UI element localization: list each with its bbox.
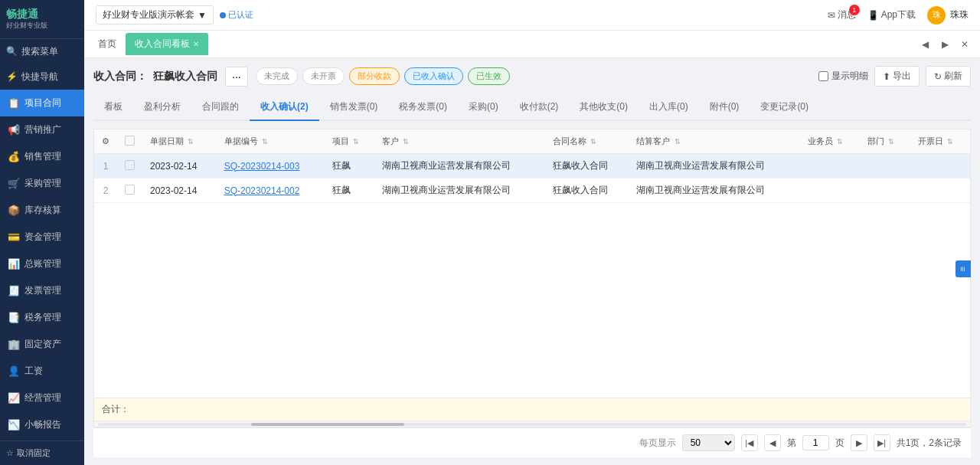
tab-purchase[interactable]: 采购(0) — [458, 94, 509, 121]
verified-dot — [220, 12, 226, 18]
sidebar-item-project[interactable]: 📋 项目合同 — [0, 90, 84, 116]
row-department-1 — [860, 154, 910, 178]
row-salesperson-1 — [800, 154, 860, 178]
sidebar-nav: 📋 项目合同 📢 营销推广 💰 销售管理 🛒 采购管理 📦 库存核算 💳 — [0, 90, 84, 440]
sidebar-item-report[interactable]: 📉 小畅报告 — [0, 411, 84, 438]
app-download-action[interactable]: 📱 App下载 — [867, 8, 916, 21]
logo-sub: 好业财专业版 — [6, 21, 47, 31]
export-button[interactable]: ⬆ 导出 — [874, 66, 920, 87]
sidebar-item-funds[interactable]: 💳 资金管理 — [0, 224, 84, 251]
first-page-btn[interactable]: |◀ — [741, 434, 758, 451]
user-area: 珠 珠珠 — [927, 6, 969, 25]
status-incomplete[interactable]: 未完成 — [256, 67, 298, 85]
right-quick-action[interactable]: ≡ — [956, 260, 971, 277]
row-project-2: 狂飙 — [325, 178, 374, 203]
page-input[interactable] — [802, 435, 829, 450]
row-checkbox-1[interactable] — [117, 154, 142, 178]
tabbar-controls: ◀ ▶ ✕ — [917, 37, 972, 52]
contract-header: 收入合同： 狂飙收入合同 ··· 未完成 未开票 部分收款 已收入确认 已生效 — [93, 66, 971, 87]
row-docnum-2[interactable]: SQ-20230214-002 — [217, 178, 325, 203]
tab-change-log[interactable]: 变更记录(0) — [750, 94, 819, 121]
sidebar-item-purchase[interactable]: 🛒 采购管理 — [0, 170, 84, 197]
tab-contract-track[interactable]: 合同跟的 — [191, 94, 250, 121]
sidebar-item-biz[interactable]: 📈 经营管理 — [0, 385, 84, 411]
row-customer-2: 湖南卫视商业运营发展有限公司 — [374, 178, 545, 203]
table-row[interactable]: 1 2023-02-14 SQ-20230214-003 狂飙 湖南卫视商业运营… — [94, 154, 970, 178]
sidebar-item-hr[interactable]: 👤 工资 — [0, 358, 84, 385]
prev-page-btn[interactable]: ◀ — [764, 434, 781, 451]
contract-header-left: 收入合同： 狂飙收入合同 ··· 未完成 未开票 部分收款 已收入确认 已生效 — [93, 67, 510, 87]
row-final-customer-1: 湖南卫视商业运营发展有限公司 — [629, 154, 799, 178]
tab-close-icon[interactable]: ✕ — [193, 40, 199, 48]
contract-title: 收入合同： 狂飙收入合同 — [93, 70, 217, 84]
data-table: ⚙ 单据日期 ⇅ — [94, 129, 970, 203]
row-num-1: 1 — [94, 154, 117, 178]
show-detail-checkbox[interactable]: 显示明细 — [818, 70, 868, 83]
tab-prev-btn[interactable]: ◀ — [917, 37, 933, 52]
tab-tax-invoice[interactable]: 税务发票(0) — [388, 94, 458, 121]
status-confirmed[interactable]: 已收入确认 — [404, 67, 463, 85]
docnum-sort-icon: ⇅ — [262, 138, 268, 146]
company-name: 好业财专业版演示帐套 — [103, 8, 194, 21]
th-contract: 合同名称 ⇅ — [545, 129, 629, 154]
tab-income-confirm[interactable]: 收入确认(2) — [250, 94, 319, 121]
tab-payment[interactable]: 收付款(2) — [509, 94, 570, 121]
tab-close-all-btn[interactable]: ✕ — [957, 37, 972, 52]
sidebar-quicknav[interactable]: ⚡ 快捷导航 — [0, 64, 84, 90]
table-footer: 合计： — [94, 398, 970, 421]
sidebar-bottom-pin[interactable]: ☆ 取消固定 — [0, 440, 84, 465]
scrollbar-track — [98, 423, 966, 426]
verified-label: 已认证 — [228, 9, 253, 21]
select-all-checkbox[interactable] — [125, 136, 135, 146]
row-checkbox-2[interactable] — [117, 178, 142, 203]
table-scroll[interactable]: ⚙ 单据日期 ⇅ — [94, 129, 970, 398]
tab-sales-invoice[interactable]: 销售发票(0) — [319, 94, 389, 121]
message-action[interactable]: ✉ 消息 1 — [828, 8, 856, 21]
tab-outbound[interactable]: 出入库(0) — [639, 94, 699, 121]
tab-next-btn[interactable]: ▶ — [937, 37, 952, 52]
sales-icon: 💰 — [8, 150, 20, 162]
table-row[interactable]: 2 2023-02-14 SQ-20230214-002 狂飙 湖南卫视商业运营… — [94, 178, 970, 203]
sidebar-item-sales[interactable]: 💰 销售管理 — [0, 143, 84, 170]
project-icon: 📋 — [8, 97, 20, 109]
row-department-2 — [860, 178, 910, 203]
status-effective[interactable]: 已生效 — [468, 67, 510, 85]
sidebar-item-general[interactable]: 📊 总账管理 — [0, 251, 84, 277]
company-selector[interactable]: 好业财专业版演示帐套 ▼ — [96, 5, 214, 25]
table-container: ⚙ 单据日期 ⇅ — [93, 129, 971, 427]
tab-attachment[interactable]: 附件(0) — [699, 94, 750, 121]
scrollbar-thumb[interactable] — [251, 423, 404, 426]
topbar-left: 好业财专业版演示帐套 ▼ 已认证 — [96, 5, 253, 25]
home-tab[interactable]: 首页 — [92, 33, 122, 55]
horizontal-scrollbar[interactable] — [94, 421, 970, 427]
tab-profit[interactable]: 盈利分析 — [133, 94, 191, 121]
next-page-btn[interactable]: ▶ — [851, 434, 867, 451]
row-invoice-date-2 — [910, 178, 971, 203]
status-partial-received[interactable]: 部分收款 — [349, 67, 400, 85]
refresh-button[interactable]: ↻ 刷新 — [926, 66, 971, 87]
sidebar-item-invoice[interactable]: 🧾 发票管理 — [0, 277, 84, 304]
sidebar-item-marketing[interactable]: 📢 营销推广 — [0, 116, 84, 143]
content-wrapper: ⚙ 单据日期 ⇅ — [93, 129, 971, 457]
th-project: 项目 ⇅ — [325, 129, 374, 154]
show-detail-input[interactable] — [818, 71, 828, 81]
sidebar-item-tax[interactable]: 📑 税务管理 — [0, 304, 84, 331]
final-customer-sort-icon: ⇅ — [675, 138, 681, 146]
per-page-select[interactable]: 50 100 200 — [682, 434, 735, 451]
total-info: 共1页，2条记录 — [897, 437, 962, 450]
contract-tab[interactable]: 收入合同看板 ✕ — [126, 33, 208, 55]
sidebar-item-inventory[interactable]: 📦 库存核算 — [0, 197, 84, 224]
tab-other-income[interactable]: 其他收支(0) — [569, 94, 639, 121]
sidebar-item-assets[interactable]: 🏢 固定资产 — [0, 331, 84, 358]
last-page-btn[interactable]: ▶| — [874, 434, 890, 451]
tab-kanban[interactable]: 看板 — [93, 94, 133, 121]
row-docnum-1[interactable]: SQ-20230214-003 — [217, 154, 325, 178]
more-button[interactable]: ··· — [225, 67, 248, 87]
page-label-text2: 页 — [835, 437, 844, 450]
customer-sort-icon: ⇅ — [403, 138, 409, 146]
settings-icon[interactable]: ⚙ — [102, 136, 109, 146]
sidebar-search[interactable]: 🔍 搜索菜单 — [0, 39, 84, 64]
pagination: 每页显示 50 100 200 |◀ ◀ 第 页 ▶ ▶| 共1页，2条记录 — [93, 427, 971, 457]
th-date: 单据日期 ⇅ — [142, 129, 217, 154]
status-uninvoiced[interactable]: 未开票 — [302, 67, 345, 85]
